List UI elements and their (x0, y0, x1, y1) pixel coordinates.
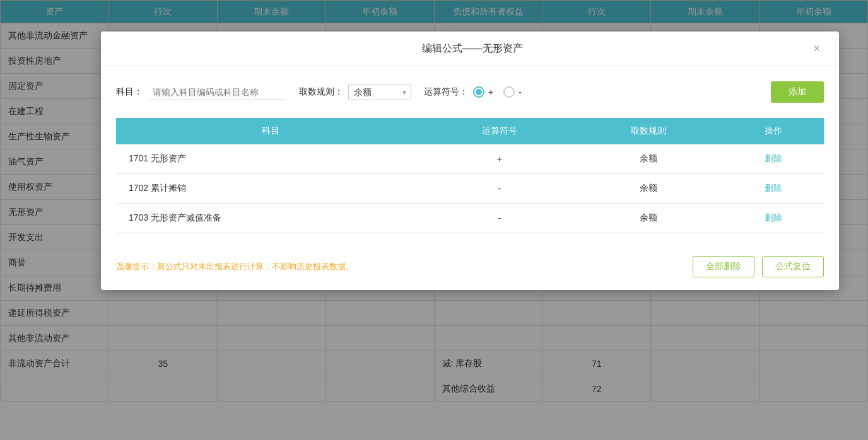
modal-dialog: 编辑公式——无形资产 × 科目： 取数规则： 余额 借方发生额 贷方发生额 期初… (101, 32, 839, 290)
table-cell-operator: + (425, 144, 574, 174)
radio-minus-circle (503, 86, 515, 98)
formula-table: 科目 运算符号 取数规则 操作 1701 无形资产+余额删除1702 累计摊销-… (116, 118, 824, 233)
table-cell-action: 删除 (722, 204, 824, 233)
table-cell-action: 删除 (722, 174, 824, 204)
delete-row-button[interactable]: 删除 (765, 183, 782, 193)
operator-label: 运算符号： (424, 86, 468, 98)
radio-group: + - (473, 86, 522, 98)
table-cell-subject: 1703 无形资产减值准备 (116, 204, 425, 233)
table-cell-subject: 1701 无形资产 (116, 144, 425, 174)
radio-minus-label: - (519, 87, 522, 97)
table-cell-rule: 余额 (574, 174, 723, 204)
table-cell-operator: - (425, 204, 574, 233)
rule-label: 取数规则： (299, 86, 343, 98)
delete-row-button[interactable]: 删除 (765, 153, 782, 163)
table-cell-operator: - (425, 174, 574, 204)
modal-title: 编辑公式——无形资产 (135, 42, 809, 55)
th-rule: 取数规则 (574, 118, 723, 144)
table-row: 1701 无形资产+余额删除 (116, 144, 824, 174)
table-row: 1702 累计摊销-余额删除 (116, 174, 824, 204)
table-cell-rule: 余额 (574, 204, 723, 233)
footer-tip: 温馨提示：新公式只对未出报表进行计算，不影响历史报表数据。 (116, 261, 354, 272)
table-row: 1703 无形资产减值准备-余额删除 (116, 204, 824, 233)
modal-footer: 温馨提示：新公式只对未出报表进行计算，不影响历史报表数据。 全部删除 公式复位 (101, 246, 839, 290)
rule-select-wrap: 余额 借方发生额 贷方发生额 期初余额 ▼ (348, 84, 411, 100)
subject-label: 科目： (116, 86, 143, 98)
operator-group: 运算符号： + - (424, 86, 522, 98)
footer-buttons: 全部删除 公式复位 (693, 256, 824, 277)
subject-group: 科目： (116, 84, 286, 100)
modal-header: 编辑公式——无形资产 × (101, 32, 839, 66)
add-button[interactable]: 添加 (771, 81, 824, 103)
th-subject: 科目 (116, 118, 425, 144)
table-cell-subject: 1702 累计摊销 (116, 174, 425, 204)
reset-formula-button[interactable]: 公式复位 (762, 256, 824, 277)
rule-group: 取数规则： 余额 借方发生额 贷方发生额 期初余额 ▼ (299, 84, 411, 100)
close-button[interactable]: × (809, 42, 824, 55)
radio-plus[interactable]: + (473, 86, 493, 98)
modal-body: 科目： 取数规则： 余额 借方发生额 贷方发生额 期初余额 ▼ 运算符号： (101, 66, 839, 246)
table-cell-rule: 余额 (574, 144, 723, 174)
table-cell-action: 删除 (722, 144, 824, 174)
delete-all-button[interactable]: 全部删除 (693, 256, 754, 277)
delete-row-button[interactable]: 删除 (765, 212, 782, 223)
th-action: 操作 (722, 118, 824, 144)
radio-plus-label: + (488, 87, 493, 97)
radio-plus-circle (473, 86, 484, 98)
subject-input[interactable] (148, 84, 286, 100)
form-row: 科目： 取数规则： 余额 借方发生额 贷方发生额 期初余额 ▼ 运算符号： (116, 81, 824, 103)
th-operator: 运算符号 (425, 118, 574, 144)
table-header-row: 科目 运算符号 取数规则 操作 (116, 118, 824, 144)
radio-minus[interactable]: - (503, 86, 522, 98)
rule-select[interactable]: 余额 借方发生额 贷方发生额 期初余额 (348, 84, 411, 100)
